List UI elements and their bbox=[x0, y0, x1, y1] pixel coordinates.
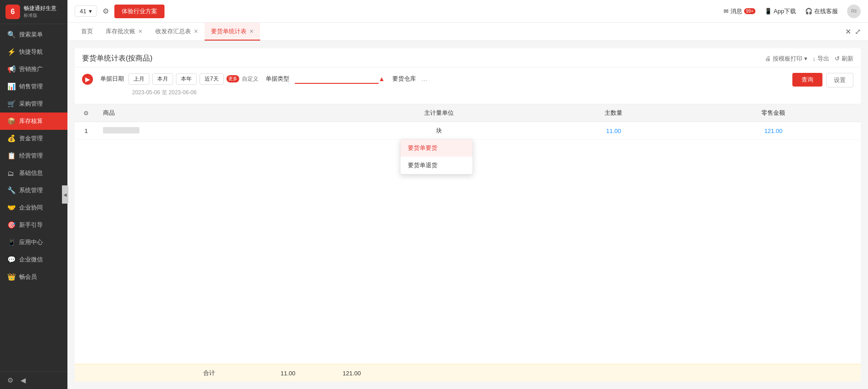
footer-amount: 121.00 bbox=[334, 370, 370, 377]
store-selector[interactable]: 41 ▾ bbox=[75, 5, 97, 17]
type-dropdown-arrow[interactable]: ▲ bbox=[379, 75, 385, 82]
operation-icon: 📋 bbox=[7, 152, 15, 160]
store-num: 41 bbox=[80, 8, 86, 15]
page-title: 要货单统计表(按商品) bbox=[82, 54, 153, 63]
guide-icon: 🎯 bbox=[7, 221, 15, 229]
sidebar-item-shortcut[interactable]: ⚡快捷导航 bbox=[0, 43, 67, 61]
purchase-icon: 🛒 bbox=[7, 100, 15, 108]
sidebar-collapse-handle[interactable]: ◀ bbox=[62, 185, 68, 204]
sidebar-item-member[interactable]: 👑畅会员 bbox=[0, 268, 67, 286]
cell-product bbox=[98, 122, 337, 140]
marketing-icon: 📢 bbox=[7, 65, 15, 73]
type-filter-label: 单据类型 bbox=[266, 73, 289, 85]
table-row: 1 块 11.00 121.00 bbox=[75, 122, 861, 140]
data-table: ⚙ 商品 主计量单位 主数量 零售金额 1 块 11.00 121.00 bbox=[75, 104, 861, 140]
more-badge[interactable]: 更多 bbox=[226, 75, 239, 82]
type-dropdown: 要货单要货 要货单退货 bbox=[400, 139, 473, 174]
tab-close-summary[interactable]: ✕ bbox=[194, 28, 198, 35]
sidebar-item-inventory[interactable]: 📦库存核算 bbox=[0, 113, 67, 130]
tab-home[interactable]: 首页 bbox=[75, 23, 99, 41]
print-label: 按模板打印 bbox=[773, 55, 802, 63]
query-btn[interactable]: 查询 bbox=[792, 73, 822, 87]
message-badge: 99+ bbox=[744, 8, 755, 14]
page-content: 要货单统计表(按商品) 🖨 按模板打印 ▾ ↓ 导出 ↺ 刷新 bbox=[67, 41, 868, 389]
sidebar-item-coop[interactable]: 🤝企业协同 bbox=[0, 199, 67, 216]
type-input[interactable] bbox=[295, 74, 379, 84]
last7days-btn[interactable]: 近7天 bbox=[200, 73, 224, 85]
sidebar-item-search[interactable]: 🔍搜索菜单 bbox=[0, 26, 67, 43]
sidebar-nav: 🔍搜索菜单⚡快捷导航📢营销推广📊销售管理🛒采购管理📦库存核算💰资金管理📋经营管理… bbox=[0, 24, 67, 371]
wechat-icon: 💬 bbox=[7, 256, 15, 264]
footer-label: 合计 bbox=[203, 369, 215, 377]
col-settings-icon[interactable]: ⚙ bbox=[83, 110, 89, 117]
col-unit-header: 主计量单位 bbox=[337, 104, 541, 122]
tab-close-batch[interactable]: ✕ bbox=[138, 28, 143, 35]
type-filter-group: 单据类型 ▲ bbox=[266, 73, 385, 85]
tab-label-summary: 收发存汇总表 bbox=[155, 27, 191, 36]
collapse-icon[interactable]: ◀ bbox=[21, 376, 26, 384]
store-dropdown-icon: ▾ bbox=[89, 8, 92, 15]
refresh-btn[interactable]: ↺ 刷新 bbox=[835, 55, 853, 63]
type-select[interactable]: ▲ bbox=[295, 74, 385, 84]
table-footer: 合计 11.00 121.00 bbox=[75, 364, 861, 382]
cell-unit: 块 bbox=[337, 122, 541, 140]
tabs-right: ✕ ⤢ bbox=[845, 27, 861, 36]
tab-label-home: 首页 bbox=[81, 27, 93, 36]
trial-btn[interactable]: 体验行业方案 bbox=[114, 5, 164, 18]
dropdown-item-order[interactable]: 要货单要货 bbox=[401, 139, 473, 157]
sidebar-item-finance[interactable]: 💰资金管理 bbox=[0, 130, 67, 147]
header-right: ✉ 消息 99+ 📱 App下载 🎧 在线客服 Rit bbox=[724, 5, 861, 18]
dropdown-item-return[interactable]: 要货单退货 bbox=[401, 157, 473, 174]
cell-amount: 121.00 bbox=[686, 122, 861, 140]
sidebar-item-system[interactable]: 🔧系统管理 bbox=[0, 182, 67, 199]
appstore-icon: 📱 bbox=[7, 238, 15, 246]
sidebar-item-appstore[interactable]: 📱应用中心 bbox=[0, 234, 67, 251]
col-settings: ⚙ bbox=[75, 104, 98, 122]
sidebar-item-guide[interactable]: 🎯新手引导 bbox=[0, 216, 67, 234]
brand-name: 畅捷通好生意 bbox=[24, 5, 56, 12]
custom-date-btn[interactable]: 自定义 bbox=[242, 73, 258, 85]
online-service-btn[interactable]: 🎧 在线客服 bbox=[805, 7, 838, 15]
app-download-icon: 📱 bbox=[765, 8, 772, 15]
tab-close-requisition[interactable]: ✕ bbox=[249, 28, 254, 35]
settings-btn[interactable]: 设置 bbox=[826, 73, 853, 87]
refresh-label: 刷新 bbox=[842, 55, 853, 63]
footer-quantity: 11.00 bbox=[270, 370, 306, 377]
header-settings-icon[interactable]: ⚙ bbox=[103, 7, 109, 15]
app-download-btn[interactable]: 📱 App下载 bbox=[765, 7, 796, 15]
settings-icon[interactable]: ⚙ bbox=[7, 376, 13, 384]
warehouse-more-icon[interactable]: … bbox=[421, 75, 428, 82]
top-header: 41 ▾ ⚙ 体验行业方案 ✉ 消息 99+ 📱 App下载 🎧 在线客服 Ri… bbox=[67, 0, 868, 23]
message-btn[interactable]: ✉ 消息 99+ bbox=[724, 7, 755, 15]
close-all-icon[interactable]: ✕ bbox=[845, 27, 851, 36]
header-actions: 🖨 按模板打印 ▾ ↓ 导出 ↺ 刷新 bbox=[765, 55, 854, 63]
cell-rownum: 1 bbox=[75, 122, 98, 140]
tab-summary[interactable]: 收发存汇总表 ✕ bbox=[149, 23, 205, 41]
logo-icon: 6 bbox=[5, 5, 20, 19]
tab-requisition[interactable]: 要货单统计表 ✕ bbox=[205, 23, 260, 41]
export-btn[interactable]: ↓ 导出 bbox=[813, 55, 830, 63]
app-download-label: App下载 bbox=[774, 7, 796, 15]
expand-tabs-icon[interactable]: ⤢ bbox=[855, 27, 861, 36]
this-year-btn[interactable]: 本年 bbox=[176, 73, 197, 85]
filter-expand-btn[interactable]: ▶ bbox=[82, 74, 93, 85]
this-month-btn[interactable]: 本月 bbox=[152, 73, 173, 85]
date-filter-label: 单据日期 bbox=[100, 73, 124, 85]
sidebar-item-purchase[interactable]: 🛒采购管理 bbox=[0, 95, 67, 113]
tabs-container: 首页库存批次账 ✕收发存汇总表 ✕要货单统计表 ✕ bbox=[75, 23, 260, 41]
tab-label-batch: 库存批次账 bbox=[106, 27, 135, 36]
sidebar-item-operation[interactable]: 📋经营管理 bbox=[0, 147, 67, 164]
cell-quantity: 11.00 bbox=[541, 122, 686, 140]
sidebar-item-wechat[interactable]: 💬企业微信 bbox=[0, 251, 67, 268]
last-month-btn[interactable]: 上月 bbox=[128, 73, 149, 85]
filter-bar: ▶ 单据日期 上月 本月 本年 近7天 更多 自定义 2023-05-06 至 … bbox=[75, 67, 861, 104]
sidebar-item-marketing[interactable]: 📢营销推广 bbox=[0, 61, 67, 78]
avatar[interactable]: Rit bbox=[847, 5, 861, 18]
tab-batch[interactable]: 库存批次账 ✕ bbox=[99, 23, 149, 41]
sidebar-bottom: ⚙ ◀ bbox=[0, 371, 67, 389]
refresh-icon: ↺ bbox=[835, 55, 840, 62]
sidebar-item-sales[interactable]: 📊销售管理 bbox=[0, 78, 67, 95]
print-arrow: ▾ bbox=[804, 55, 807, 62]
print-btn[interactable]: 🖨 按模板打印 ▾ bbox=[765, 55, 807, 63]
sidebar-item-base[interactable]: 🗂基础信息 bbox=[0, 164, 67, 182]
